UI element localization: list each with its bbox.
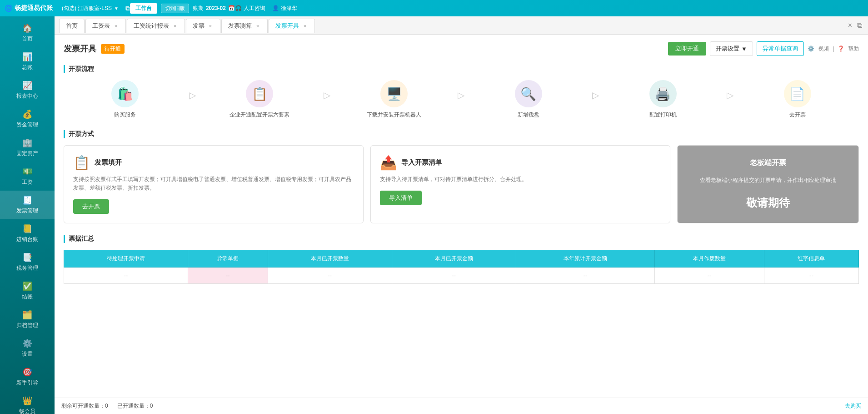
flow-arrow-1: ▷ xyxy=(189,90,196,101)
main-content: 首页 工资表 × 工资统计报表 × 发票 × 发票测算 × 发票开具 × xyxy=(55,16,868,414)
tab-close-invoice-issue[interactable]: × xyxy=(302,23,308,29)
sidebar-item-guide[interactable]: 🎯 新手引导 xyxy=(0,363,55,391)
immediate-open-button[interactable]: 立即开通 xyxy=(668,42,706,56)
summary-section-title: 票据汇总 xyxy=(64,235,859,243)
top-right-actions: 🎧 人工咨询 👤 徐泽华 xyxy=(235,5,297,12)
sidebar-item-purchase-sales[interactable]: 📒 进销台账 xyxy=(0,219,55,248)
summary-table-data-row: -- -- -- -- -- -- -- xyxy=(64,268,859,284)
tax-disk-icon: 🔍 xyxy=(515,80,542,107)
chevron-down-icon: ▼ xyxy=(741,45,747,52)
flow-arrow-4: ▷ xyxy=(592,90,599,101)
sidebar-item-ledger[interactable]: 📊 总账 xyxy=(0,47,55,76)
tab-close-all-button[interactable]: × xyxy=(847,20,853,31)
col-abnormal: 异常单据 xyxy=(188,250,268,268)
tab-invoice-issue[interactable]: 发票开具 × xyxy=(269,19,315,33)
sidebar-item-invoice[interactable]: 🧾 发票管理 xyxy=(0,191,55,219)
headset-icon: 🎧 xyxy=(235,5,242,11)
old-card-desc: 查看老板端小程序提交的开票申请，并作出相应处理审批 xyxy=(700,176,836,184)
flow-section-title: 开票流程 xyxy=(64,65,859,73)
method-card-manual: 📋 发票填开 支持按照发票样式手工填写开发票；可开具增值税电子普通发票、增值税普… xyxy=(64,145,364,223)
col-yearly-amount: 本年累计开票金额 xyxy=(516,250,654,268)
finance-icon: 💰 xyxy=(22,109,32,119)
open-settings-button[interactable]: 开票设置 ▼ xyxy=(710,41,753,56)
go-issue-button[interactable]: 去开票 xyxy=(73,199,109,214)
tab-salary[interactable]: 工资表 × xyxy=(85,19,126,33)
tab-close-invoice-calc[interactable]: × xyxy=(254,23,261,29)
manual-method-desc: 支持按照发票样式手工填写开发票；可开具增值税电子普通发票、增值税普通发票、增值税… xyxy=(73,175,354,192)
tab-close-salary-report[interactable]: × xyxy=(172,23,178,29)
page-content: 发票开具 待开通 立即开通 开票设置 ▼ 异常单据查询 ⚙️ 视频 | ❓ xyxy=(55,35,868,398)
tab-salary-report[interactable]: 工资统计报表 × xyxy=(127,19,185,33)
switch-old-version-button[interactable]: 切到旧版 xyxy=(161,4,189,13)
flow-steps: 🛍️ 购买服务 ▷ 📋 企业开通配置开票六要素 ▷ 🖥️ 下载并安装开票机器人 … xyxy=(64,80,859,119)
col-red-info: 红字信息单 xyxy=(764,250,858,268)
app-body: 🏠 首页 📊 总账 📈 报表中心 💰 资金管理 🏢 固定资产 💵 工资 🧾 发票… xyxy=(0,16,868,414)
buy-service-label: 购买服务 xyxy=(114,111,136,119)
calendar-icon[interactable]: 📅 xyxy=(228,5,235,11)
printer-label: 配置打印机 xyxy=(649,111,677,119)
guide-icon: 🎯 xyxy=(22,367,32,377)
user-profile[interactable]: 👤 徐泽华 xyxy=(272,5,297,12)
method-card-import: 📤 导入开票清单 支持导入待开票清单，可对待开票清单进行拆分、合并处理。 导入清… xyxy=(370,145,670,223)
sidebar-item-home[interactable]: 🏠 首页 xyxy=(0,19,55,47)
tab-invoice[interactable]: 发票 × xyxy=(186,19,220,33)
sidebar-item-assets[interactable]: 🏢 固定资产 xyxy=(0,133,55,162)
opened-count-label: 已开通数量：0 xyxy=(117,402,153,410)
tab-close-invoice[interactable]: × xyxy=(207,23,214,29)
col-pending: 待处理开票申请 xyxy=(64,250,188,268)
col-monthly-count: 本月已开票数量 xyxy=(268,250,392,268)
sidebar-item-reports[interactable]: 📈 报表中心 xyxy=(0,76,55,105)
manual-method-title: 发票填开 xyxy=(95,158,122,167)
tab-restore-button[interactable]: ⧉ xyxy=(856,20,863,31)
flow-step-tax-disk: 🔍 新增税盘 xyxy=(467,80,590,119)
invoice-methods: 📋 发票填开 支持按照发票样式手工填写开发票；可开具增值税电子普通发票、增值税普… xyxy=(64,145,859,223)
flow-step-issue: 📄 去开票 xyxy=(736,80,859,119)
method-card-old: 老板端开票 查看老板端小程序提交的开票申请，并作出相应处理审批 敬请期待 xyxy=(677,145,859,223)
chevron-down-icon: ▼ xyxy=(114,6,119,11)
sidebar-item-membership[interactable]: 👑 畅会员 xyxy=(0,391,55,414)
avatar-icon: 👤 xyxy=(272,5,279,11)
sidebar-item-archive[interactable]: 🗂️ 归档管理 xyxy=(0,305,55,334)
download-icon: 🖥️ xyxy=(380,80,408,107)
tax-disk-label: 新增税盘 xyxy=(518,111,539,119)
sidebar-item-close-account[interactable]: ✅ 结账 xyxy=(0,277,55,305)
reports-icon: 📈 xyxy=(22,81,32,91)
flow-step-configure: 📋 企业开通配置开票六要素 xyxy=(198,80,321,119)
col-monthly-amount: 本月已开票金额 xyxy=(392,250,516,268)
tab-bar: 首页 工资表 × 工资统计报表 × 发票 × 发票测算 × 发票开具 × xyxy=(55,16,868,35)
method-header-import: 📤 导入开票清单 xyxy=(380,155,661,171)
tab-close-salary[interactable]: × xyxy=(113,23,119,29)
abnormal-query-button[interactable]: 异常单据查询 xyxy=(757,41,804,56)
tax-icon: 📑 xyxy=(22,252,32,263)
import-method-desc: 支持导入待开票清单，可对待开票清单进行拆分、合并处理。 xyxy=(380,175,661,184)
old-card-title: 老板端开票 xyxy=(750,158,786,168)
tab-home[interactable]: 首页 xyxy=(59,19,85,33)
flow-step-printer: 🖨️ 配置打印机 xyxy=(601,80,724,119)
sidebar-item-salary[interactable]: 💵 工资 xyxy=(0,162,55,191)
flow-step-download: 🖥️ 下载并安装开票机器人 xyxy=(333,80,456,119)
sidebar: 🏠 首页 📊 总账 📈 报表中心 💰 资金管理 🏢 固定资产 💵 工资 🧾 发票… xyxy=(0,16,55,414)
sidebar-item-settings[interactable]: ⚙️ 设置 xyxy=(0,334,55,363)
sidebar-item-tax[interactable]: 📑 税务管理 xyxy=(0,248,55,277)
settings-icon: ⚙️ xyxy=(22,338,32,348)
flow-arrow-5: ▷ xyxy=(727,90,733,101)
page-title: 发票开具 xyxy=(64,43,96,54)
settings-icon: ⚙️ xyxy=(808,45,814,52)
col-void-count: 本月作废数量 xyxy=(655,250,764,268)
purchase-sales-icon: 📒 xyxy=(22,224,32,234)
coming-soon-text: 敬请期待 xyxy=(746,196,790,210)
status-badge: 待开通 xyxy=(101,44,125,54)
home-icon: 🏠 xyxy=(22,23,32,33)
customer-service[interactable]: 🎧 人工咨询 xyxy=(235,5,265,12)
import-method-icon: 📤 xyxy=(380,155,397,171)
workbench-button[interactable]: 工作台 xyxy=(130,3,157,14)
issue-label: 去开票 xyxy=(789,111,806,119)
salary-icon: 💵 xyxy=(22,167,32,177)
tab-invoice-calc[interactable]: 发票测算 × xyxy=(221,19,268,33)
remain-count-label: 剩余可开通数量：0 xyxy=(61,402,108,410)
buy-link[interactable]: 去购买 xyxy=(845,402,861,410)
company-selector[interactable]: (勾选) 江西服室-LSS ▼ xyxy=(62,5,119,12)
import-list-button[interactable]: 导入清单 xyxy=(380,191,422,205)
sidebar-item-finance[interactable]: 💰 资金管理 xyxy=(0,105,55,133)
import-method-title: 导入开票清单 xyxy=(401,158,442,167)
